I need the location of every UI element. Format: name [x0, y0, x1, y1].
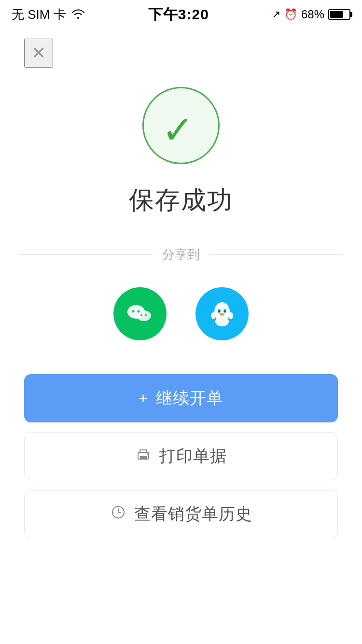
wechat-icon: [125, 298, 155, 329]
action-buttons: + 继续开单 打印单据 查看销货单历史: [19, 374, 343, 538]
share-label: 分享到: [153, 246, 209, 263]
qq-icon: [207, 298, 237, 329]
wechat-share-button[interactable]: [113, 287, 167, 340]
checkmark-icon: [162, 111, 200, 140]
plus-icon: +: [139, 390, 148, 407]
divider-left: [19, 254, 153, 255]
status-left: 无 SIM 卡: [12, 6, 85, 23]
close-icon: ✕: [31, 43, 46, 63]
svg-point-5: [145, 314, 147, 316]
success-circle: [142, 87, 220, 164]
print-label: 打印单据: [159, 445, 227, 467]
wifi-icon: [71, 7, 85, 22]
view-history-button[interactable]: 查看销货单历史: [24, 490, 338, 538]
svg-point-12: [211, 312, 216, 319]
battery-icon: [328, 9, 350, 20]
location-icon: ↗: [272, 8, 280, 21]
status-right: ↗ ⏰ 68%: [272, 8, 350, 21]
qq-share-button[interactable]: [195, 287, 249, 340]
print-button[interactable]: 打印单据: [24, 432, 338, 480]
svg-point-4: [140, 314, 142, 316]
svg-point-3: [138, 310, 140, 313]
battery-text: 68%: [301, 8, 324, 21]
svg-rect-17: [140, 456, 147, 459]
history-icon: [110, 504, 126, 524]
share-divider: 分享到: [19, 246, 343, 263]
continue-order-button[interactable]: + 继续开单: [24, 374, 338, 422]
history-label: 查看销货单历史: [134, 503, 252, 525]
print-icon: [135, 446, 152, 466]
close-button[interactable]: ✕: [24, 39, 53, 68]
share-icons-container: [113, 287, 249, 340]
svg-point-11: [220, 313, 224, 316]
svg-point-18: [147, 454, 149, 455]
svg-point-9: [219, 311, 220, 312]
svg-point-10: [224, 311, 226, 312]
success-title: 保存成功: [129, 183, 233, 217]
svg-point-13: [228, 312, 233, 319]
continue-order-label: 继续开单: [156, 387, 223, 409]
svg-point-2: [132, 310, 135, 313]
carrier-text: 无 SIM 卡: [12, 6, 66, 23]
svg-point-15: [218, 318, 226, 325]
status-bar: 无 SIM 卡 下午3:20 ↗ ⏰ 68%: [0, 0, 362, 29]
divider-right: [209, 254, 343, 255]
alarm-icon: ⏰: [284, 8, 297, 21]
status-time: 下午3:20: [148, 5, 209, 25]
main-content: ✕ 保存成功 分享到: [0, 29, 362, 644]
